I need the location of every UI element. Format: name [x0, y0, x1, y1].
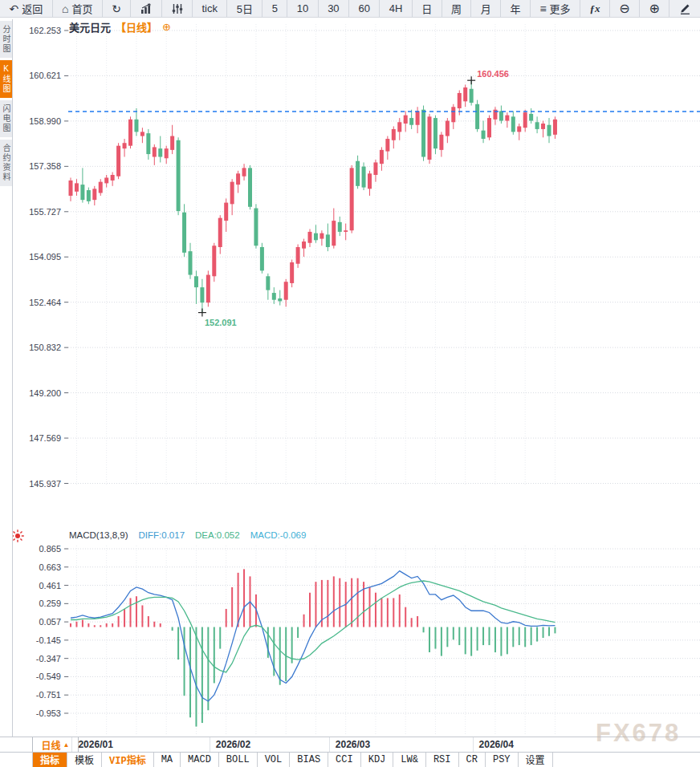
zoom-in-button[interactable]: ⊕	[640, 0, 669, 17]
sidebar-tab-2[interactable]: K线图	[0, 60, 12, 98]
price-axis-label: 154.095	[5, 252, 61, 262]
indicator-tab-13[interactable]: CR	[459, 753, 486, 767]
more-button[interactable]: ≡更多	[531, 0, 580, 17]
interval-5d-button-label: 5日	[237, 1, 253, 16]
indicator-params-button[interactable]	[162, 0, 193, 17]
interval-month-button[interactable]: 月	[471, 0, 501, 17]
bar-chart-icon	[140, 3, 153, 14]
high-price-annotation: 160.456	[477, 69, 509, 79]
sidebar-tab-1[interactable]: 分时图	[0, 21, 12, 58]
macd-axis-label: 0.663	[5, 562, 61, 572]
month-tick	[71, 737, 72, 752]
pencil-icon	[679, 2, 691, 14]
period-tag: 【日线】	[116, 19, 157, 34]
indicator-tab-10[interactable]: KDJ	[361, 753, 394, 767]
sidebar-tab-4[interactable]: 合约资料	[0, 140, 12, 186]
draw-button[interactable]	[669, 0, 700, 17]
home-button[interactable]: ⌂首页	[53, 0, 103, 17]
price-axis-label: 145.937	[5, 479, 61, 489]
x-axis-strip: 日线 ▲ 2026/012026/022026/032026/04	[0, 737, 700, 752]
interval-year-button-label: 年	[511, 1, 521, 16]
price-axis-label: 147.569	[5, 433, 61, 443]
back-button[interactable]: ↶返回	[0, 0, 53, 17]
month-label: 2026/04	[479, 739, 514, 750]
macd-axis-label: 0.259	[5, 599, 61, 608]
more-button-label: 更多	[550, 1, 571, 16]
chevron-up-icon: ▲	[63, 741, 70, 749]
indicator-tab-bar: 指标模板VIP指标MAMACDBOLLVOLBIASCCIKDJLW&RSICR…	[0, 752, 700, 767]
macd-axis-label: -0.347	[5, 654, 61, 664]
home-button-label: 首页	[71, 1, 92, 16]
indicator-tab-14[interactable]: PSY	[486, 753, 519, 767]
indicator-tab-6[interactable]: BOLL	[219, 753, 258, 767]
interval-year-button[interactable]: 年	[501, 0, 531, 17]
macd-axis-label: 0.057	[5, 617, 61, 627]
add-compare-icon[interactable]: ⊕	[162, 21, 171, 33]
macd-hist-value: MACD:-0.069	[250, 530, 307, 540]
zoom-out-icon: ⊖	[619, 2, 629, 15]
indicator-tab-9[interactable]: CCI	[328, 753, 361, 767]
interval-4h-button[interactable]: 4H	[380, 0, 412, 17]
interval-30-button-label: 30	[328, 2, 339, 14]
macd-axis-label: 0.461	[5, 581, 61, 590]
chart-title: 美元日元 【日线】 ⊕	[69, 19, 171, 34]
interval-week-button[interactable]: 周	[442, 0, 472, 17]
refresh-icon: ↻	[112, 3, 121, 14]
chart-canvas[interactable]	[0, 0, 700, 767]
macd-dea-value: DEA:0.052	[195, 530, 240, 540]
sidebar-tab-3[interactable]: 闪电图	[0, 100, 12, 137]
macd-axis-label: -0.549	[5, 672, 61, 681]
indicator-tab-2[interactable]: 模板	[67, 753, 102, 767]
toolbar: ↶返回⌂首页↻tick5日51030604H日周月年≡更多ƒx⊖⊕	[0, 0, 700, 18]
fx-button[interactable]: ƒx	[580, 0, 610, 17]
month-tick	[329, 737, 330, 752]
price-axis-label: 162.253	[5, 26, 61, 35]
macd-axis-label: -0.953	[5, 708, 61, 718]
indicator-tab-4[interactable]: MA	[154, 753, 181, 767]
interval-tick-button-label: tick	[201, 2, 218, 14]
interval-30-button[interactable]: 30	[319, 0, 349, 17]
refresh-button[interactable]: ↻	[103, 0, 132, 17]
interval-10-button-label: 10	[297, 2, 308, 14]
macd-diff-value: DIFF:0.017	[139, 530, 185, 540]
indicator-tab-15[interactable]: 设置	[519, 753, 553, 767]
price-axis-label: 149.200	[5, 388, 61, 398]
sidebar-chart-types: 分时图K线图闪电图合约资料	[0, 19, 13, 737]
low-price-annotation: 152.091	[205, 318, 237, 327]
interval-tick-button[interactable]: tick	[193, 0, 227, 17]
indicator-tab-8[interactable]: BIAS	[290, 753, 328, 767]
app-root: ↶返回⌂首页↻tick5日51030604H日周月年≡更多ƒx⊖⊕ 分时图K线图…	[0, 0, 700, 767]
fx-button-label: ƒx	[589, 2, 600, 15]
interval-60-button[interactable]: 60	[349, 0, 380, 17]
interval-5d-button[interactable]: 5日	[227, 0, 262, 17]
interval-5-button-label: 5	[272, 2, 278, 14]
zoom-in-icon: ⊕	[649, 2, 659, 15]
macd-header: MACD(13,8,9) DIFF:0.017 DEA:0.052 MACD:-…	[69, 530, 306, 540]
back-button-label: 返回	[22, 1, 43, 16]
price-axis-label: 160.621	[5, 71, 61, 80]
interval-60-button-label: 60	[358, 2, 369, 14]
indicator-tab-11[interactable]: LW&	[393, 753, 426, 767]
zoom-out-button[interactable]: ⊖	[610, 0, 640, 17]
indicator-tab-5[interactable]: MACD	[181, 753, 219, 767]
indicator-tab-7[interactable]: VOL	[258, 753, 291, 767]
indicator-tab-1[interactable]: 指标	[32, 753, 67, 767]
price-axis-label: 150.832	[5, 343, 61, 352]
chart-style-button[interactable]	[131, 0, 162, 17]
price-axis-label: 155.727	[5, 207, 61, 217]
interval-10-button[interactable]: 10	[287, 0, 318, 17]
macd-axis-label: -0.751	[5, 690, 61, 700]
month-tick	[473, 737, 474, 752]
indicator-tab-3[interactable]: VIP指标	[102, 753, 154, 767]
month-label: 2026/03	[336, 739, 370, 750]
symbol-name: 美元日元	[69, 19, 111, 34]
home-icon: ⌂	[62, 3, 68, 14]
indicator-tab-12[interactable]: RSI	[426, 753, 459, 767]
interval-day-button[interactable]: 日	[413, 0, 442, 17]
interval-week-button-label: 周	[451, 1, 462, 16]
sliders-icon	[172, 3, 183, 14]
interval-5-button[interactable]: 5	[262, 0, 287, 17]
month-label: 2026/01	[78, 739, 112, 750]
interval-month-button-label: 月	[481, 1, 491, 16]
macd-title: MACD(13,8,9)	[69, 530, 128, 540]
